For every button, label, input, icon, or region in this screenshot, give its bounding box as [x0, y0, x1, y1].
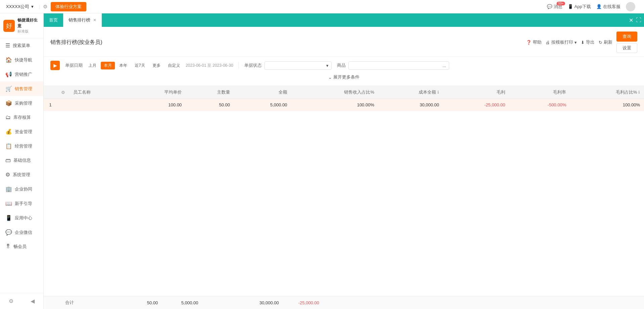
sidebar-item-purchase[interactable]: 📦 采购管理: [0, 96, 43, 110]
help-label: 帮助: [533, 39, 542, 45]
service-label: 在线客服: [603, 4, 620, 10]
trial-btn[interactable]: 体验行业方案: [51, 2, 86, 11]
status-filter-label: 单据状态: [244, 62, 262, 68]
company-selector[interactable]: XXXXX公司 ▾: [3, 2, 36, 11]
sidebar-label-finance: 资金管理: [15, 129, 32, 135]
sidebar-item-marketing[interactable]: 📢 营销推广: [0, 67, 43, 82]
export-icon: ⬇: [581, 40, 585, 45]
sidebar-item-apps[interactable]: 📱 应用中心: [0, 211, 43, 225]
col-header-settings[interactable]: ⚙: [57, 86, 69, 99]
settings-btn[interactable]: 设置: [616, 43, 637, 53]
message-btn[interactable]: 💬 消息 99+: [547, 4, 562, 10]
col-header-amount: 全额: [234, 86, 291, 99]
tab-home[interactable]: 首页: [44, 13, 63, 27]
date-tabs: 上月 本月 本年 近7天 更多 自定义: [85, 62, 183, 69]
sidebar-settings-btn[interactable]: ⚙: [7, 296, 15, 306]
sidebar-item-basic[interactable]: 🗃 基础信息: [0, 153, 43, 167]
search-order-icon: ☰: [5, 42, 10, 49]
tab-sales-ranking[interactable]: 销售排行榜 ✕: [63, 13, 102, 27]
cell-employee: [69, 99, 127, 111]
col-header-cost: 成本全额 ℹ: [378, 86, 443, 99]
sidebar-label-enterprise: 企业协同: [15, 186, 32, 192]
status-select[interactable]: ▾: [264, 61, 332, 70]
col-header-index: [44, 86, 57, 99]
marketing-icon: 📢: [5, 71, 12, 78]
online-service-btn[interactable]: 👤 在线客服: [596, 4, 620, 10]
footer-gross: -25,000.00: [283, 300, 323, 305]
sidebar-item-search-order[interactable]: ☰ 搜索菜单: [0, 38, 43, 53]
date-tab-last-month[interactable]: 上月: [85, 62, 99, 69]
finance-icon: 💰: [5, 128, 12, 135]
date-tab-custom[interactable]: 自定义: [165, 62, 183, 69]
avatar[interactable]: [626, 2, 635, 11]
refresh-btn[interactable]: ↻ 刷新: [599, 39, 612, 45]
footer-main-qty-val: 50.00: [135, 300, 162, 305]
sidebar-label-inventory: 库存核算: [13, 114, 31, 120]
cell-main-qty: 50.00: [186, 99, 234, 111]
company-name: XXXXX公司: [6, 4, 29, 10]
goods-filter-group: 商品 ...: [337, 61, 449, 70]
sidebar-item-finance[interactable]: 💰 资金管理: [0, 124, 43, 139]
sidebar-collapse-btn[interactable]: ◀: [29, 296, 37, 306]
tab-bar: 首页 销售排行榜 ✕ ✕ ⛶: [44, 13, 644, 27]
page-actions: ❓ 帮助 🖨 按模板打印 ▾ ⬇ 导出 ↻ 刷新 查询: [526, 32, 637, 53]
cell-gross-pct: 100.00%: [570, 99, 644, 111]
sales-ranking-table: ⚙ 员工名称 平均单价 主数量 全额 销售收入占比% 成本全额 ℹ 毛利 毛利率…: [44, 86, 644, 111]
filter-row: ▶ 单据日期 上月 本月 本年 近7天 更多 自定义 2023-06-01 至 …: [50, 61, 637, 70]
sidebar: 好 畅捷通好生意 标准版 ☰ 搜索菜单 🏠 快捷导航 📢 营销推广 🛒 销售管理…: [0, 13, 44, 309]
column-settings-icon[interactable]: ⚙: [61, 90, 65, 95]
cell-index: 1: [44, 99, 57, 111]
cost-info-icon[interactable]: ℹ: [437, 90, 439, 95]
cell-amount: 5,000.00: [234, 99, 291, 111]
top-header: XXXXX公司 ▾ | ⚙ 体验行业方案 💬 消息 99+ 📱 App下载 👤 …: [0, 0, 644, 13]
date-tab-more[interactable]: 更多: [149, 62, 164, 69]
page-header: 销售排行榜(按业务员) ❓ 帮助 🖨 按模板打印 ▾ ⬇ 导出 ↻ 刷新: [44, 27, 644, 57]
table-header: ⚙ 员工名称 平均单价 主数量 全额 销售收入占比% 成本全额 ℹ 毛利 毛利率…: [44, 86, 644, 99]
sidebar-label-system: 系统管理: [13, 172, 30, 178]
inventory-icon: 🗂: [5, 114, 11, 120]
status-chevron-icon: ▾: [326, 63, 329, 68]
quick-nav-icon: 🏠: [5, 57, 12, 63]
enterprise-icon: 🏢: [5, 186, 12, 192]
sidebar-item-member[interactable]: 🎖 畅会员: [0, 240, 43, 254]
sidebar-item-enterprise[interactable]: 🏢 企业协同: [0, 182, 43, 196]
chevron-down-icon: ▾: [31, 4, 34, 9]
more-filters-btn[interactable]: ⌄ 展开更多条件: [326, 73, 362, 82]
query-btn[interactable]: 查询: [616, 32, 637, 42]
purchase-icon: 📦: [5, 100, 12, 106]
sidebar-item-sales[interactable]: 🛒 销售管理: [0, 82, 43, 96]
sidebar-item-wechat[interactable]: 💬 企业微信: [0, 225, 43, 240]
date-filter-label: 单据日期: [65, 62, 83, 68]
gross-pct-info-icon[interactable]: ℹ: [638, 90, 640, 95]
date-tab-this-year[interactable]: 本年: [116, 62, 130, 69]
operation-icon: 📋: [5, 143, 12, 149]
table-body: 1 100.00 50.00 5,000.00 100.00% 30,000.0…: [44, 99, 644, 111]
filter-area: ▶ 单据日期 上月 本月 本年 近7天 更多 自定义 2023-06-01 至 …: [44, 57, 644, 86]
footer-values: 50.00 5,000.00 30,000.00 -25,000.00: [75, 300, 640, 305]
sidebar-item-guide[interactable]: 📖 新手引导: [0, 196, 43, 211]
sidebar-item-inventory[interactable]: 🗂 库存核算: [0, 110, 43, 124]
app-download-btn[interactable]: 📱 App下载: [568, 4, 591, 10]
refresh-label: 刷新: [604, 39, 612, 45]
goods-select[interactable]: ...: [348, 61, 449, 70]
sidebar-item-system[interactable]: ⚙ 系统管理: [0, 167, 43, 182]
print-btn[interactable]: 🖨 按模板打印 ▾: [546, 39, 577, 45]
sidebar-item-operation[interactable]: 📋 经营管理: [0, 139, 43, 153]
tab-fullscreen-btn[interactable]: ⛶: [636, 17, 641, 23]
date-filter-group: 单据日期 上月 本月 本年 近7天 更多 自定义 2023-06-01 至 20…: [65, 62, 233, 69]
filter-expand-btn[interactable]: ▶: [50, 61, 60, 70]
date-tab-this-month[interactable]: 本月: [101, 62, 115, 69]
settings-icon[interactable]: ⚙: [43, 4, 47, 10]
tab-controls: ✕ ⛶: [626, 17, 644, 23]
tab-close-btn[interactable]: ✕: [93, 18, 96, 22]
sidebar-label-marketing: 营销推广: [15, 71, 32, 78]
footer-amount: 5,000.00: [162, 300, 202, 305]
table-row: 1 100.00 50.00 5,000.00 100.00% 30,000.0…: [44, 99, 644, 111]
help-btn[interactable]: ❓ 帮助: [526, 39, 542, 45]
export-btn[interactable]: ⬇ 导出: [581, 39, 595, 45]
sidebar-item-quick-nav[interactable]: 🏠 快捷导航: [0, 53, 43, 67]
print-label: 按模板打印: [551, 39, 573, 45]
message-icon: 💬: [547, 4, 552, 9]
date-tab-7days[interactable]: 近7天: [132, 62, 148, 69]
tab-close-window-btn[interactable]: ✕: [629, 17, 633, 23]
